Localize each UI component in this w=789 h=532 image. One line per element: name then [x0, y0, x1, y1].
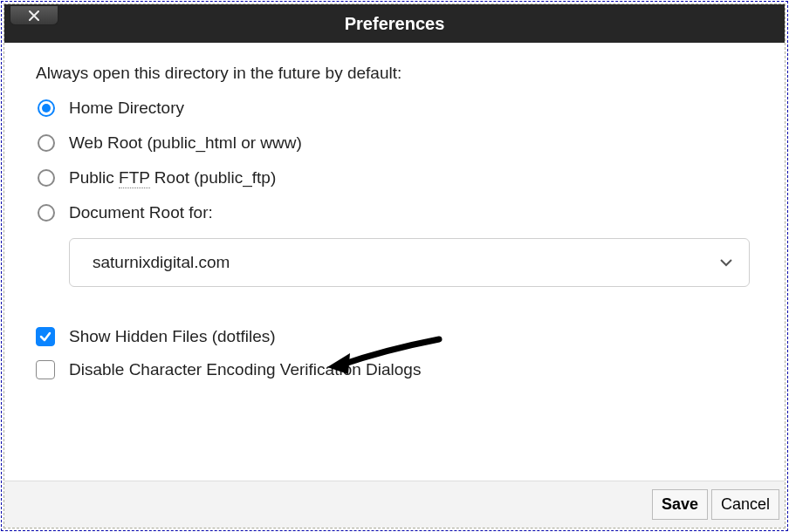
save-button[interactable]: Save	[652, 489, 708, 520]
default-directory-radio-group: Home Directory Web Root (public_html or …	[38, 99, 762, 287]
ftp-abbr: FTP	[119, 168, 150, 188]
document-root-select[interactable]: saturnixdigital.com	[69, 238, 750, 287]
checkbox-disable-encoding[interactable]	[36, 360, 55, 379]
dialog-title: Preferences	[345, 14, 445, 34]
checkbox-group: Show Hidden Files (dotfiles) Disable Cha…	[36, 327, 762, 379]
radio-label: Web Root (public_html or www)	[69, 133, 302, 153]
radio-row-publicftp[interactable]: Public FTP Root (public_ftp)	[38, 168, 762, 188]
radio-label: Home Directory	[69, 99, 184, 118]
radio-docroot[interactable]	[38, 204, 55, 222]
chevron-down-icon	[719, 256, 733, 269]
dialog-content[interactable]: Always open this directory in the future…	[4, 43, 785, 481]
radio-webroot[interactable]	[38, 134, 55, 152]
cancel-button[interactable]: Cancel	[711, 489, 779, 520]
check-row-show-hidden[interactable]: Show Hidden Files (dotfiles)	[36, 327, 762, 346]
radio-row-webroot[interactable]: Web Root (public_html or www)	[38, 133, 762, 153]
radio-label: Document Root for:	[69, 203, 213, 222]
checkbox-label: Disable Character Encoding Verification …	[69, 360, 421, 379]
radio-row-home[interactable]: Home Directory	[38, 99, 762, 118]
dialog-footer: Save Cancel	[4, 481, 785, 528]
check-row-disable-encoding[interactable]: Disable Character Encoding Verification …	[36, 360, 762, 379]
close-icon	[29, 10, 39, 21]
checkbox-label: Show Hidden Files (dotfiles)	[69, 327, 276, 346]
preferences-dialog: Preferences Always open this directory i…	[3, 3, 786, 529]
checkbox-show-hidden[interactable]	[36, 327, 55, 346]
radio-publicftp[interactable]	[38, 169, 55, 187]
radio-home[interactable]	[38, 99, 55, 117]
radio-row-docroot[interactable]: Document Root for:	[38, 203, 762, 222]
close-button[interactable]	[10, 6, 58, 25]
dialog-titlebar: Preferences	[4, 4, 785, 43]
default-directory-prompt: Always open this directory in the future…	[36, 64, 762, 83]
select-value: saturnixdigital.com	[93, 253, 230, 272]
radio-label: Public FTP Root (public_ftp)	[69, 168, 276, 188]
check-icon	[39, 331, 51, 343]
